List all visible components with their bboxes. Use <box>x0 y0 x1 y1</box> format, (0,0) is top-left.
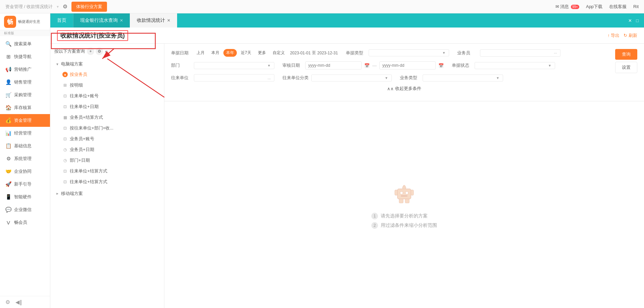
tab-bar: 首页 现金银行流水查询 ✕ 收款情况统计 ✕ ✕ □ <box>50 13 644 28</box>
panel-collapse-button[interactable]: « <box>105 49 108 54</box>
trial-button[interactable]: 体验行业方案 <box>71 2 107 12</box>
scheme-item-staff-account[interactable]: ⊡ 业务员+账号 <box>54 134 160 144</box>
svg-point-5 <box>403 185 405 187</box>
date-tab-this-year[interactable]: 本年 <box>223 49 237 57</box>
review-date-label: 审核日期 <box>282 62 303 68</box>
maximize-icon[interactable]: □ <box>636 18 639 23</box>
nav-label-marketing: 营销推广 <box>14 66 32 72</box>
review-date-start-input[interactable] <box>305 61 362 69</box>
scheme-item-by-detail[interactable]: ⊞ 按明细 <box>54 80 160 91</box>
page-title: 收款情况统计(按业务员) <box>57 30 128 41</box>
nav-label-sales: 销售管理 <box>14 79 32 85</box>
desktop-scheme-header[interactable]: ▼ 电脑端方案 <box>54 59 160 69</box>
scheme-icon-staff-settle: ▦ <box>62 115 68 120</box>
scheme-item-by-staff[interactable]: ● 按业务员 <box>54 69 160 80</box>
scheme-item-partner-date[interactable]: ⊡ 往来单位+日期 <box>54 101 160 112</box>
refresh-button[interactable]: ↻ 刷新 <box>624 33 637 39</box>
sidebar-item-search[interactable]: 🔍搜索菜单 <box>0 38 50 50</box>
sidebar-item-guide[interactable]: 🚀新手引导 <box>0 178 50 191</box>
scheme-icon-by-detail: ⊞ <box>62 83 68 88</box>
page-header-actions: ↑ 导出 ↻ 刷新 <box>607 33 637 39</box>
sidebar-item-purchase[interactable]: 🛒采购管理 <box>0 89 50 101</box>
nav-label-finance: 资金管理 <box>14 117 32 123</box>
staff-more-icon[interactable]: ··· <box>554 51 557 55</box>
tab-home[interactable]: 首页 <box>50 13 73 28</box>
tab-receipt-stats-close[interactable]: ✕ <box>167 18 170 23</box>
doc-status-select[interactable]: ▼ <box>475 62 555 69</box>
date-tab-this-month[interactable]: 本月 <box>209 49 222 57</box>
staff-label: 业务员 <box>457 50 477 56</box>
sidebar-item-sales[interactable]: 👤销售管理 <box>0 76 50 89</box>
scheme-item-partner-settle1[interactable]: ⊡ 往来单位+结算方式 <box>54 166 160 176</box>
add-scheme-button[interactable]: + <box>87 48 94 55</box>
partner-select[interactable]: ... <box>194 74 274 82</box>
date-tab-last-7[interactable]: 近7天 <box>238 49 254 57</box>
message-link[interactable]: ✉ 消息 99+ <box>555 4 579 10</box>
date-tab-more[interactable]: 更多 <box>255 49 269 57</box>
nav-icon-purchase: 🛒 <box>5 92 11 98</box>
sidebar-item-quick-nav[interactable]: ⊞快捷导航 <box>0 50 50 63</box>
calendar-start-icon[interactable]: 📅 <box>364 63 370 68</box>
online-service-link[interactable]: 在线客服 <box>609 4 627 10</box>
export-icon: ↑ <box>607 33 610 38</box>
sidebar-item-enterprise[interactable]: 🤝企业协同 <box>0 165 50 178</box>
message-badge: 99+ <box>571 5 579 9</box>
scheme-item-dept-date[interactable]: ◷ 部门+日期 <box>54 155 160 166</box>
sidebar-item-wechat[interactable]: 💬企业微信 <box>0 203 50 216</box>
date-tab-prev-month[interactable]: 上月 <box>194 49 207 57</box>
scheme-icon-partner-settle2: ⊡ <box>62 179 68 185</box>
sidebar-item-member[interactable]: V畅会员 <box>0 216 50 229</box>
date-label: 单据日期 <box>171 50 191 56</box>
query-button[interactable]: 查询 <box>615 49 637 60</box>
scheme-icon-staff-account: ⊡ <box>62 136 68 142</box>
date-tab-custom[interactable]: 自定义 <box>270 49 287 57</box>
nav-label-basic: 基础信息 <box>14 143 32 149</box>
window-close-icon[interactable]: ✕ <box>628 18 632 23</box>
sidebar-item-business[interactable]: 📊经营管理 <box>0 127 50 140</box>
scheme-icon-partner-date: ⊡ <box>62 104 68 109</box>
nav-label-member: 畅会员 <box>14 219 27 225</box>
svg-rect-0 <box>397 189 411 199</box>
tab-receipt-stats[interactable]: 收款情况统计 ✕ <box>130 13 177 28</box>
nav-label-business: 经营管理 <box>14 130 32 136</box>
nav-icon-basic: 📋 <box>5 143 11 149</box>
sidebar-collapse-icon[interactable]: ◀‖ <box>15 299 22 305</box>
doc-type-filter-item: 单据类型 ▼ <box>346 49 449 56</box>
dept-select-arrow-icon: ▼ <box>267 64 271 67</box>
scheme-item-partner-dept[interactable]: ⊡ 按往来单位+部门+收... <box>54 123 160 134</box>
export-button[interactable]: ↑ 导出 <box>607 33 620 39</box>
partner-type-select[interactable]: ▼ <box>311 74 392 82</box>
sidebar-item-basic[interactable]: 📋基础信息 <box>0 140 50 152</box>
doc-type-select[interactable]: ▼ <box>369 49 449 56</box>
calendar-end-icon[interactable]: 📅 <box>438 63 444 68</box>
nav-icon-finance: 💰 <box>5 117 11 123</box>
nav-icon-business: 📊 <box>5 130 11 136</box>
tab-bank-flow-close[interactable]: ✕ <box>120 18 123 23</box>
staff-select[interactable]: ··· <box>480 49 560 57</box>
scheme-item-staff-settle[interactable]: ▦ 业务员+结算方式 <box>54 112 160 123</box>
sidebar-item-system[interactable]: ⚙系统管理 <box>0 152 50 165</box>
mobile-scheme-label: 移动端方案 <box>61 191 83 197</box>
scheme-item-partner-settle2[interactable]: ⊡ 往来单位+结算方式 <box>54 176 160 187</box>
sidebar-item-hardware[interactable]: 📱智能硬件 <box>0 191 50 203</box>
sidebar-item-marketing[interactable]: 📢营销推广 <box>0 63 50 76</box>
scheme-item-partner-account[interactable]: ⊡ 往来单位+账号 <box>54 91 160 101</box>
page-header: 收款情况统计(按业务员) ↑ 导出 ↻ 刷新 <box>50 28 644 44</box>
review-date-end-input[interactable] <box>379 61 436 69</box>
sidebar-item-finance[interactable]: 💰资金管理 <box>0 114 50 127</box>
app-download-link[interactable]: App下载 <box>586 4 602 10</box>
filter-settings-button[interactable]: 设置 <box>615 62 637 73</box>
dept-select[interactable]: ▼ <box>194 62 274 69</box>
logo-text: 畅捷通好生意 <box>18 19 40 24</box>
partner-more-icon[interactable]: ... <box>268 76 271 80</box>
biz-type-select[interactable]: ▼ <box>423 74 503 82</box>
mobile-scheme-header[interactable]: ▼ 移动端方案 <box>54 189 160 199</box>
tab-bank-flow[interactable]: 现金银行流水查询 ✕ <box>73 13 130 28</box>
settings-icon[interactable]: ⚙ <box>63 3 67 10</box>
doc-status-label: 单据状态 <box>452 62 472 68</box>
scheme-item-staff-date[interactable]: ◷ 业务员+日期 <box>54 144 160 155</box>
sidebar-settings-icon[interactable]: ⚙ <box>5 299 10 305</box>
collapse-more-button[interactable]: ∧∧ 收起更多条件 <box>387 86 421 92</box>
scheme-settings-button[interactable]: ⚙ <box>96 48 103 55</box>
sidebar-item-inventory[interactable]: 🏠库存核算 <box>0 101 50 114</box>
